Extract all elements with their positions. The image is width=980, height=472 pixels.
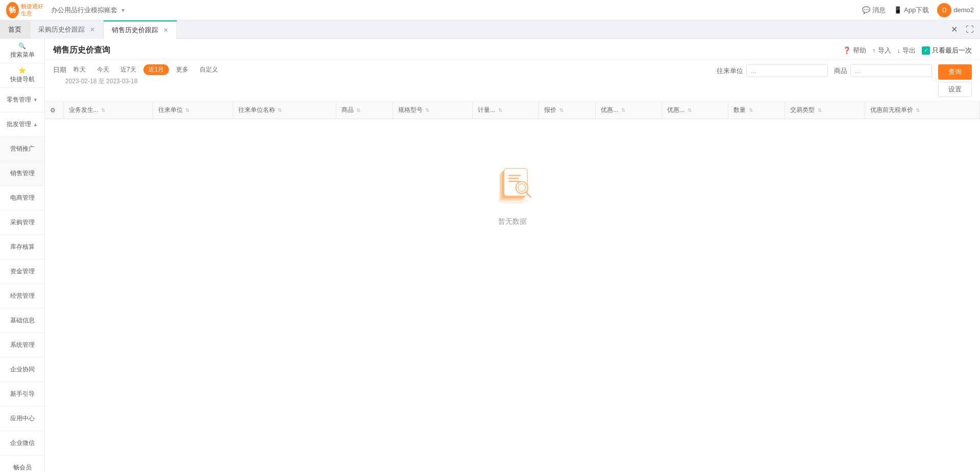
table-body: 暂无数据 <box>45 119 980 268</box>
sort-icon-biz-date: ⇅ <box>101 107 105 113</box>
th-trade-type[interactable]: 交易类型 ⇅ <box>785 102 865 119</box>
th-settings[interactable]: ⚙ <box>45 102 63 119</box>
sidebar-item-system[interactable]: 系统管理 <box>0 333 44 358</box>
sort-icon-discount1: ⇅ <box>621 107 625 113</box>
data-table: ⚙ 业务发生... ⇅ 往来单位 ⇅ 往来单位名称 ⇅ <box>45 102 980 267</box>
settings-button[interactable]: 设置 <box>938 82 972 97</box>
th-discount1[interactable]: 优惠... ⇅ <box>596 102 662 119</box>
empty-text: 暂无数据 <box>498 217 527 226</box>
table-settings-icon[interactable]: ⚙ <box>50 107 56 114</box>
sidebar: 🔍 搜索菜单 ⭐ 快捷导航 零售管理 ▼ 批发管理 ▲ 营销推广 销售管理 电商… <box>0 39 45 472</box>
logo-area: 畅 畅捷通好生意 <box>6 2 47 18</box>
th-spec[interactable]: 规格型号 ⇅ <box>393 102 473 119</box>
date-tab-custom[interactable]: 自定义 <box>195 64 222 75</box>
date-label: 日期 <box>53 65 66 75</box>
tab-purchase-price[interactable]: 采购历史价跟踪 ✕ <box>30 20 104 39</box>
only-last-checkbox-label[interactable]: ✓ 只看最后一次 <box>922 46 972 55</box>
sort-icon-spec: ⇅ <box>425 107 429 113</box>
avatar: D <box>937 3 951 17</box>
chevron-up-icon: ▲ <box>33 122 38 127</box>
tab-purchase-price-close[interactable]: ✕ <box>90 26 95 33</box>
sort-icon-goods: ⇅ <box>356 107 360 113</box>
date-tab-7days[interactable]: 近7天 <box>116 64 140 75</box>
sidebar-item-purchase[interactable]: 采购管理 <box>0 210 44 235</box>
th-pre-discount-price[interactable]: 优惠前无税单价 ⇅ <box>865 102 979 119</box>
logo-text: 畅捷通好生意 <box>21 3 47 16</box>
expand-window-btn[interactable]: ⛶ <box>964 23 976 36</box>
tab-sales-price[interactable]: 销售历史价跟踪 ✕ <box>104 20 177 39</box>
sidebar-item-inventory[interactable]: 库存核算 <box>0 235 44 259</box>
sort-icon-partner-code: ⇅ <box>185 107 189 113</box>
sidebar-item-guide[interactable]: 新手引导 <box>0 382 44 407</box>
date-tab-1month[interactable]: 近1月 <box>143 64 169 75</box>
filter-area: 日期 昨天 今天 近7天 近1月 更多 自定义 2023-02-18 至 202… <box>45 60 980 102</box>
table-container: ⚙ 业务发生... ⇅ 往来单位 ⇅ 往来单位名称 ⇅ <box>45 102 980 472</box>
export-icon: ↓ <box>897 46 901 54</box>
sidebar-item-wechat[interactable]: 企业微信 <box>0 431 44 456</box>
sort-icon-qty: ⇅ <box>749 107 753 113</box>
sidebar-item-search[interactable]: 🔍 搜索菜单 <box>0 39 44 63</box>
sidebar-item-retail[interactable]: 零售管理 ▼ <box>0 88 44 112</box>
sidebar-item-finance[interactable]: 资金管理 <box>0 259 44 284</box>
nav-icon: ⭐ <box>18 67 26 74</box>
th-biz-date[interactable]: 业务发生... ⇅ <box>63 102 153 119</box>
sidebar-item-sales-mgmt[interactable]: 销售管理 <box>0 161 44 186</box>
empty-illustration <box>487 160 538 211</box>
help-icon: ❓ <box>843 46 851 54</box>
tab-sales-price-close[interactable]: ✕ <box>163 27 168 34</box>
sort-icon-unit: ⇅ <box>498 107 502 113</box>
query-button[interactable]: 查询 <box>938 64 972 80</box>
th-qty[interactable]: 数量 ⇅ <box>728 102 785 119</box>
partner-label: 往来单位 <box>717 66 743 76</box>
import-action[interactable]: ↑ 导入 <box>872 46 891 55</box>
export-action[interactable]: ↓ 导出 <box>897 46 916 55</box>
th-unit[interactable]: 计量... ⇅ <box>473 102 539 119</box>
th-price[interactable]: 报价 ⇅ <box>539 102 596 119</box>
sidebar-item-operations[interactable]: 经营管理 <box>0 284 44 309</box>
tab-home[interactable]: 首页 <box>0 20 30 39</box>
sidebar-item-collab[interactable]: 企业协同 <box>0 358 44 382</box>
sidebar-item-base-info[interactable]: 基础信息 <box>0 309 44 333</box>
message-action[interactable]: 💬 消息 <box>862 6 886 15</box>
table-header: ⚙ 业务发生... ⇅ 往来单位 ⇅ 往来单位名称 ⇅ <box>45 102 980 119</box>
help-action[interactable]: ❓ 帮助 <box>843 46 866 55</box>
sort-icon-trade-type: ⇅ <box>818 107 822 113</box>
user-action[interactable]: D demo2 <box>937 3 974 17</box>
empty-state: 暂无数据 <box>45 119 980 267</box>
download-icon: 📱 <box>894 6 902 14</box>
sort-icon-pre-discount-price: ⇅ <box>916 107 920 113</box>
import-icon: ↑ <box>872 46 876 54</box>
th-goods[interactable]: 商品 ⇅ <box>336 102 393 119</box>
goods-filter: 商品 ... <box>834 64 932 77</box>
sort-icon-discount2: ⇅ <box>688 107 692 113</box>
app-title-dropdown[interactable]: ▾ <box>121 7 125 14</box>
logo-icon: 畅 <box>6 2 19 18</box>
th-partner-name[interactable]: 往来单位名称 ⇅ <box>233 102 336 119</box>
header-left: 畅 畅捷通好生意 办公用品行业模拟账套 ▾ <box>6 2 125 18</box>
sidebar-item-apps[interactable]: 应用中心 <box>0 407 44 431</box>
goods-input[interactable]: ... <box>850 64 932 77</box>
tab-bar: 首页 采购历史价跟踪 ✕ 销售历史价跟踪 ✕ ✕ ⛶ <box>0 20 980 39</box>
partner-input[interactable]: ... <box>746 64 828 77</box>
date-tab-yesterday[interactable]: 昨天 <box>69 64 90 75</box>
svg-rect-6 <box>508 181 520 182</box>
sidebar-item-marketing[interactable]: 营销推广 <box>0 137 44 161</box>
sidebar-item-ecommerce[interactable]: 电商管理 <box>0 186 44 210</box>
date-range-display: 2023-02-18 至 2023-03-18 <box>53 77 222 86</box>
th-partner-code[interactable]: 往来单位 ⇅ <box>153 102 233 119</box>
download-action[interactable]: 📱 App下载 <box>894 6 929 15</box>
header-right: 💬 消息 📱 App下载 D demo2 <box>862 3 974 17</box>
main-layout: 🔍 搜索菜单 ⭐ 快捷导航 零售管理 ▼ 批发管理 ▲ 营销推广 销售管理 电商… <box>0 39 980 472</box>
th-discount2[interactable]: 优惠... ⇅ <box>662 102 728 119</box>
sidebar-item-membership[interactable]: 畅会员 <box>0 456 44 472</box>
chevron-down-icon: ▼ <box>33 97 38 103</box>
sidebar-item-shortcuts[interactable]: ⭐ 快捷导航 <box>0 63 44 88</box>
top-header: 畅 畅捷通好生意 办公用品行业模拟账套 ▾ 💬 消息 📱 App下载 D dem… <box>0 0 980 20</box>
action-buttons: 查询 设置 <box>938 64 972 97</box>
message-icon: 💬 <box>862 6 870 14</box>
sidebar-item-wholesale[interactable]: 批发管理 ▲ <box>0 112 44 137</box>
date-tab-today[interactable]: 今天 <box>93 64 113 75</box>
app-title: 办公用品行业模拟账套 <box>51 6 117 15</box>
date-tab-more[interactable]: 更多 <box>172 64 192 75</box>
close-window-btn[interactable]: ✕ <box>949 22 960 36</box>
